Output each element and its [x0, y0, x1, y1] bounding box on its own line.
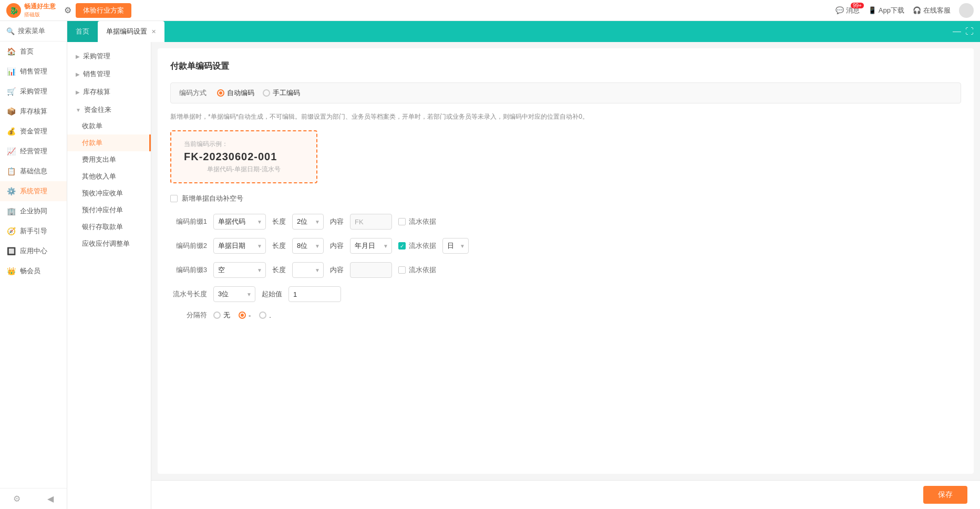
prefix2-length-arrow: ▼	[315, 243, 320, 249]
prefix2-serial-unit-select[interactable]: 日 ▼	[442, 238, 469, 254]
prefix2-select[interactable]: 单据日期 ▼	[213, 238, 266, 254]
radio-auto-circle	[217, 89, 224, 97]
sub-nav-group-purchase-title[interactable]: ▶ 采购管理	[67, 48, 151, 64]
sub-nav-group-inventory-title[interactable]: ▶ 库存核算	[67, 84, 151, 100]
sales-icon: 📊	[6, 67, 16, 76]
sub-nav-item-prepay-pay[interactable]: 预付冲应付单	[67, 202, 151, 219]
service-item[interactable]: 🎧 在线客服	[913, 6, 951, 15]
prefix3-serial-item: 流水依据	[398, 265, 436, 275]
auto-fill-label: 新增单据自动补空号	[182, 194, 243, 203]
prefix3-serial-checkbox[interactable]	[398, 266, 406, 274]
sep-hyphen-circle	[239, 311, 246, 319]
sub-nav-item-payment[interactable]: 付款单	[67, 134, 151, 151]
sidebar-item-finance[interactable]: 💰 资金管理	[0, 121, 67, 141]
sidebar-item-member[interactable]: 👑 畅会员	[0, 261, 67, 281]
apps-icon: 🔲	[6, 246, 16, 256]
logo: 🐉 畅通好生意 搭磁版	[6, 2, 56, 18]
messages-item[interactable]: 💬 消息 99+	[835, 6, 860, 15]
radio-auto-encode[interactable]: 自动编码	[217, 88, 254, 98]
start-value-label: 起始值	[262, 289, 282, 299]
sub-nav-item-receipt[interactable]: 收款单	[67, 118, 151, 134]
prefix1-length-select[interactable]: 2位 ▼	[292, 214, 324, 230]
sep-dot-radio[interactable]: .	[259, 311, 271, 319]
prefix2-arrow: ▼	[257, 243, 262, 249]
headset-icon: 🎧	[913, 6, 921, 14]
prefix3-select[interactable]: 空 ▼	[213, 262, 266, 278]
chevron-right-icon2: ▶	[76, 71, 80, 77]
top-bar-right: 💬 消息 99+ 📱 App下载 🎧 在线客服	[835, 3, 974, 18]
save-footer: 保存	[151, 480, 980, 509]
tab-maximize-icon[interactable]: ⛶	[965, 27, 974, 36]
main-layout: 🔍 搜索菜单 🏠 首页 📊 销售管理 🛒 采购管理 📦 库存核算 💰 资金管理 …	[0, 21, 980, 509]
sidebar-item-enterprise[interactable]: 🏢 企业协同	[0, 201, 67, 221]
chevron-right-icon: ▶	[76, 54, 80, 59]
settings-icon[interactable]: ⚙	[64, 5, 71, 15]
prefix2-unit-arrow: ▼	[460, 243, 465, 249]
prefix1-serial-item: 流水依据	[398, 217, 436, 226]
sidebar-item-purchase[interactable]: 🛒 采购管理	[0, 81, 67, 101]
sub-nav-item-bank-deposit[interactable]: 银行存取款单	[67, 219, 151, 235]
system-icon: ⚙️	[6, 186, 16, 196]
prefix1-length-arrow: ▼	[315, 219, 320, 225]
guide-icon: 🧭	[6, 226, 16, 236]
code-preview-label: 当前编码示例：	[184, 140, 304, 149]
sidebar-item-base[interactable]: 📋 基础信息	[0, 161, 67, 181]
inventory-icon: 📦	[6, 107, 16, 116]
avatar[interactable]	[959, 3, 974, 18]
sub-nav-item-other-income[interactable]: 其他收入单	[67, 168, 151, 185]
sub-nav-group-capital-title[interactable]: ▼ 资金往来	[67, 102, 151, 118]
prefix1-content-input[interactable]	[350, 214, 392, 230]
app-download-item[interactable]: 📱 App下载	[868, 6, 904, 15]
prefix1-select[interactable]: 单据代码 ▼	[213, 214, 266, 230]
sidebar-bottom: ⚙ ◀	[0, 488, 67, 509]
sidebar-item-sales[interactable]: 📊 销售管理	[0, 61, 67, 81]
sidebar-item-home[interactable]: 🏠 首页	[0, 41, 67, 61]
prefix1-serial-checkbox[interactable]	[398, 218, 406, 225]
sep-none-radio[interactable]: 无	[213, 310, 230, 320]
tab-encode[interactable]: 单据编码设置 ✕	[98, 21, 164, 42]
start-value-input[interactable]	[288, 286, 341, 302]
sub-nav-group-sales-title[interactable]: ▶ 销售管理	[67, 66, 151, 82]
tab-minimize-icon[interactable]: —	[953, 27, 961, 36]
sidebar-item-system[interactable]: ⚙️ 系统管理	[0, 181, 67, 201]
content-area: 首页 单据编码设置 ✕ — ⛶ ▶ 采购管理	[67, 21, 980, 509]
try-button[interactable]: 体验行业方案	[76, 3, 131, 18]
tab-home[interactable]: 首页	[67, 21, 98, 42]
prefix2-content-select[interactable]: 年月日 ▼	[350, 238, 392, 254]
page-content: ▶ 采购管理 ▶ 销售管理 ▶ 库存核算	[67, 42, 980, 509]
tab-bar-actions: — ⛶	[953, 27, 980, 36]
radio-manual-circle	[263, 89, 270, 97]
auto-fill-checkbox[interactable]	[170, 195, 178, 202]
sidebar-item-guide[interactable]: 🧭 新手引导	[0, 221, 67, 241]
sidebar-search[interactable]: 🔍 搜索菜单	[0, 21, 67, 41]
sub-nav-item-expense[interactable]: 费用支出单	[67, 151, 151, 168]
sub-nav-group-sales: ▶ 销售管理	[67, 66, 151, 82]
sub-nav-group-purchase: ▶ 采购管理	[67, 48, 151, 64]
serial-length-select[interactable]: 3位 ▼	[213, 286, 255, 302]
prefix3-content-input[interactable]	[350, 262, 392, 278]
sub-nav-item-prepay-receive[interactable]: 预收冲应收单	[67, 185, 151, 202]
save-button[interactable]: 保存	[923, 486, 967, 504]
sidebar: 🔍 搜索菜单 🏠 首页 📊 销售管理 🛒 采购管理 📦 库存核算 💰 资金管理 …	[0, 21, 67, 509]
radio-manual-encode[interactable]: 手工编码	[263, 88, 300, 98]
sidebar-item-inventory[interactable]: 📦 库存核算	[0, 101, 67, 121]
tab-close-encode[interactable]: ✕	[151, 28, 156, 35]
prefix2-length-label: 长度	[272, 241, 286, 251]
prefix2-length-select[interactable]: 8位 ▼	[292, 238, 324, 254]
sidebar-item-apps[interactable]: 🔲 应用中心	[0, 241, 67, 261]
sep-hyphen-radio[interactable]: -	[239, 311, 251, 319]
collapse-icon[interactable]: ◀	[47, 494, 54, 504]
sep-dot-circle	[259, 311, 266, 319]
prefix2-serial-checkbox[interactable]	[398, 242, 406, 250]
separator-radio-group: 无 - .	[213, 310, 271, 320]
sub-nav-item-ap-adjust[interactable]: 应收应付调整单	[67, 235, 151, 252]
sub-nav-group-inventory: ▶ 库存核算	[67, 84, 151, 100]
serial-length-arrow: ▼	[246, 292, 252, 297]
sidebar-item-operation[interactable]: 📈 经营管理	[0, 141, 67, 161]
chevron-down-icon: ▼	[76, 107, 81, 113]
prefix3-length-select[interactable]: ▼	[292, 262, 324, 278]
settings-bottom-icon[interactable]: ⚙	[13, 494, 20, 504]
finance-icon: 💰	[6, 127, 16, 136]
top-bar-controls: ⚙ 体验行业方案	[60, 3, 131, 18]
prefix1-serial-label: 流水依据	[409, 217, 436, 226]
